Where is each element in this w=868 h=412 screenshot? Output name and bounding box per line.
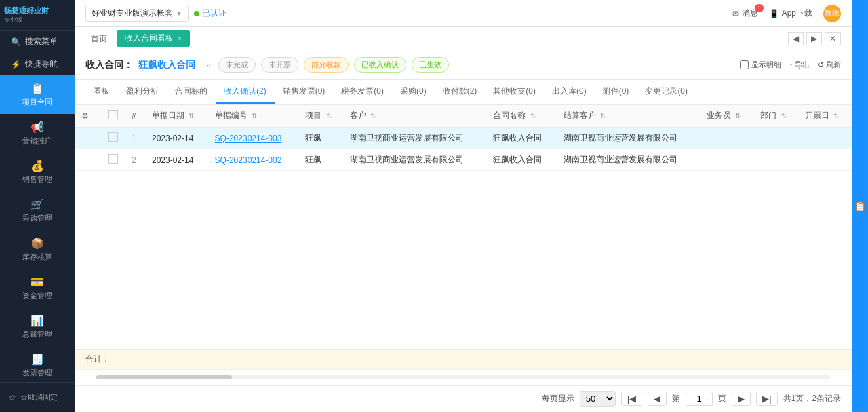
dept-sort-icon: ⇅ [781, 112, 787, 119]
user-avatar[interactable]: 珠珠 [823, 5, 841, 22]
row-settings-cell [75, 128, 102, 149]
customer-sort-icon: ⇅ [370, 112, 376, 119]
next-page-button[interactable]: ▶ [732, 392, 751, 406]
tab-profit[interactable]: 盈利分析 [118, 80, 167, 104]
sidebar-item-inventory[interactable]: 📦 库存核算 [0, 230, 75, 269]
invoice-date-col-label: 开票日 [805, 111, 829, 120]
order-col-label: 单据编号 [215, 111, 248, 120]
salesperson-col-header[interactable]: 业务员 ⇅ [700, 105, 753, 128]
tab-change-log[interactable]: 变更记录(0) [637, 80, 696, 104]
dept-col-header[interactable]: 部门 ⇅ [753, 105, 798, 128]
contract-col-header[interactable]: 合同名称 ⇅ [486, 105, 556, 128]
show-detail-toggle[interactable]: 显示明细 [740, 60, 781, 70]
status-not-complete[interactable]: 未完成 [218, 57, 256, 73]
close-tab-icon[interactable]: × [178, 35, 182, 42]
unpin-button[interactable]: ☆ ☆取消固定 [5, 388, 69, 407]
sidebar-item-marketing[interactable]: 📢 营销推广 [0, 114, 75, 153]
tab-contract-subject[interactable]: 合同标的 [167, 80, 216, 104]
sidebar-item-label: 项目合同 [22, 97, 52, 107]
total-row: 合计： [85, 354, 841, 365]
tab-warehouse[interactable]: 出入库(0) [544, 80, 595, 104]
sidebar-item-general[interactable]: 📊 总账管理 [0, 307, 75, 346]
sidebar: 畅捷通好业财 专业版 🔍 搜索菜单 ⚡ 快捷导航 📋 项目合同 📢 营销推广 💰… [0, 0, 75, 412]
billing-customer-col-header[interactable]: 结算客户 ⇅ [557, 105, 700, 128]
last-page-button[interactable]: ▶| [756, 392, 777, 406]
horizontal-scrollbar[interactable] [75, 369, 852, 385]
tab-attachment[interactable]: 附件(0) [595, 80, 637, 104]
invoice-date-col-header[interactable]: 开票日 ⇅ [798, 105, 852, 128]
row-invoice-date-cell [798, 128, 852, 149]
order-no-link[interactable]: SQ-20230214-002 [215, 155, 282, 165]
row-contract-cell: 狂飙收入合同 [486, 149, 556, 171]
dept-col-label: 部门 [760, 111, 776, 120]
tab-prev-button[interactable]: ◀ [788, 32, 804, 45]
tab-purchase[interactable]: 采购(0) [392, 80, 435, 104]
show-detail-checkbox[interactable] [740, 60, 749, 69]
quick-nav[interactable]: ⚡ 快捷导航 [0, 53, 75, 75]
table-header-row: ⚙ # 单据日期 ⇅ 单据编号 ⇅ 项目 [75, 105, 852, 128]
sidebar-item-project[interactable]: 📋 项目合同 [0, 75, 75, 114]
prev-page-button[interactable]: ◀ [648, 392, 667, 406]
page-number-input[interactable] [686, 392, 713, 406]
message-icon: ✉ [732, 9, 739, 18]
more-options-icon[interactable]: ··· [206, 60, 213, 70]
sidebar-item-capital[interactable]: 💳 资金管理 [0, 269, 75, 307]
tab-other[interactable]: 其他收支(0) [485, 80, 544, 104]
tab-sales-invoice[interactable]: 销售发票(0) [275, 80, 334, 104]
tab-tax-invoice[interactable]: 税务发票(0) [333, 80, 392, 104]
select-all-checkbox[interactable] [108, 110, 118, 119]
app-download-action[interactable]: 📱 App下载 [769, 7, 812, 19]
message-action[interactable]: ✉ 1 消息 [732, 7, 758, 19]
purchase-icon: 🛒 [31, 198, 44, 211]
scrollbar-thumb[interactable] [96, 375, 232, 379]
status-income-confirmed[interactable]: 已收入确认 [354, 57, 406, 73]
project-col-header[interactable]: 项目 ⇅ [298, 105, 343, 128]
status-effective[interactable]: 已生效 [412, 57, 449, 73]
per-page-label: 每页显示 [542, 393, 574, 405]
row-checkbox[interactable] [108, 154, 118, 164]
row-customer-cell: 湖南卫视商业运营发展有限公司 [343, 128, 486, 149]
general-icon: 📊 [31, 314, 44, 327]
logo-text: 畅捷通好业财 [4, 5, 71, 16]
date-sort-icon: ⇅ [189, 112, 194, 119]
order-col-header[interactable]: 单据编号 ⇅ [208, 105, 299, 128]
active-tab[interactable]: 收入合同看板 × [117, 30, 190, 47]
tab-next-button[interactable]: ▶ [806, 32, 822, 45]
status-partial-collected[interactable]: 部分收款 [304, 57, 349, 73]
dropdown-arrow-icon: ▼ [176, 10, 182, 17]
total-label: 合计： [85, 354, 110, 365]
tab-payment[interactable]: 收付款(2) [435, 80, 486, 104]
logo-sub: 专业版 [4, 16, 71, 24]
export-button[interactable]: ↑ 导出 [789, 60, 810, 70]
table-area: ⚙ # 单据日期 ⇅ 单据编号 ⇅ 项目 [75, 105, 852, 349]
table-footer: 合计： [75, 349, 852, 369]
breadcrumb-home[interactable]: 首页 [85, 27, 113, 50]
company-selector[interactable]: 好业财专业版演示帐套 ▼ [85, 5, 189, 22]
date-col-header[interactable]: 单据日期 ⇅ [145, 105, 208, 128]
customer-col-header[interactable]: 客户 ⇅ [343, 105, 486, 128]
table-row[interactable]: 1 2023-02-14 SQ-20230214-003 狂飙 湖南卫视商业运营… [75, 128, 852, 149]
settings-icon[interactable]: ⚙ [81, 111, 89, 121]
sidebar-item-invoice[interactable]: 🧾 发票管理 [0, 346, 75, 382]
table-row[interactable]: 2 2023-02-14 SQ-20230214-002 狂飙 湖南卫视商业运营… [75, 149, 852, 171]
num-col-header: # [125, 105, 145, 128]
tab-income-confirm[interactable]: 收入确认(2) [216, 80, 275, 104]
sidebar-item-purchase[interactable]: 🛒 采购管理 [0, 191, 75, 230]
sidebar-item-sales[interactable]: 💰 销售管理 [0, 153, 75, 191]
refresh-button[interactable]: ↺ 刷新 [818, 60, 841, 70]
search-menu[interactable]: 🔍 搜索菜单 [0, 31, 75, 53]
order-no-link[interactable]: SQ-20230214-003 [215, 134, 282, 143]
first-page-button[interactable]: |◀ [621, 392, 642, 406]
settings-col-header: ⚙ [75, 105, 102, 128]
status-not-invoiced[interactable]: 未开票 [261, 57, 298, 73]
sidebar-item-label: 发票管理 [22, 368, 52, 378]
per-page-select[interactable]: 50 100 200 [580, 391, 616, 407]
tab-close-button[interactable]: ✕ [825, 32, 841, 45]
row-invoice-date-cell [798, 149, 852, 171]
show-detail-label: 显示明细 [751, 60, 781, 70]
tab-kanban[interactable]: 看板 [85, 80, 118, 104]
row-checkbox[interactable] [108, 132, 118, 142]
project-col-label: 项目 [305, 111, 321, 120]
right-sidebar-icon[interactable]: 📋 [854, 197, 866, 216]
refresh-icon: ↺ [818, 60, 824, 69]
